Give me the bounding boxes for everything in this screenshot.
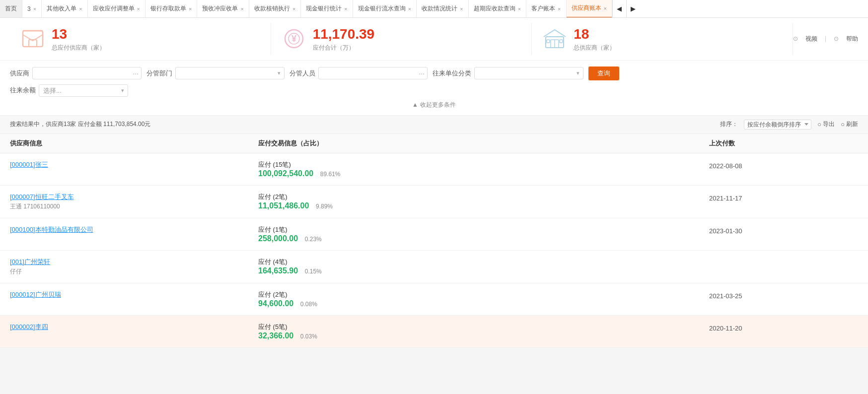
nav-next-arrow[interactable]: ▶ bbox=[626, 0, 640, 18]
supplier-sub-2: 王通 17106110000 bbox=[10, 202, 258, 211]
table-body: [000001]张三 应付 (15笔) 100,092,540.00 89.61… bbox=[0, 153, 868, 348]
last-payment-1: 2022-08-08 bbox=[709, 160, 858, 170]
supplier-link-4[interactable]: [001]广州荣轩 bbox=[10, 258, 50, 265]
filter-bar: 供应商 ··· 分管部门 ▾ 分管人员 ··· bbox=[0, 61, 868, 116]
cash-bank-flow-label: 现金银行流水查询 bbox=[358, 4, 406, 13]
receipt-stat-label: 收款情况统计 bbox=[422, 4, 457, 13]
nav-tab-customer-account[interactable]: 客户账本 × bbox=[526, 0, 566, 18]
collapse-label: 收起更多条件 bbox=[420, 101, 456, 109]
balance-select-wrapper: 选择... ▾ bbox=[39, 84, 128, 97]
close-icon[interactable]: × bbox=[518, 6, 521, 12]
transaction-label-4: 应付 (4笔) bbox=[258, 258, 709, 266]
last-payment-3: 2023-01-30 bbox=[709, 225, 858, 235]
category-filter: 往来单位分类 ▾ bbox=[433, 67, 583, 79]
collapse-button[interactable]: ▲ 收起更多条件 bbox=[412, 101, 456, 109]
dept-select[interactable] bbox=[175, 67, 285, 79]
transaction-amount-4: 164,635.90 bbox=[258, 266, 298, 275]
close-icon[interactable]: × bbox=[240, 6, 243, 12]
transaction-percent-4: 0.15% bbox=[305, 268, 322, 275]
close-icon[interactable]: × bbox=[189, 6, 192, 12]
table-row: [000002]李四 应付 (5笔) 32,366.00 0.03% 2020-… bbox=[0, 316, 868, 348]
nav-tab-ap-adjust[interactable]: 应收应付调整单 × bbox=[88, 0, 145, 18]
close-icon[interactable]: × bbox=[344, 6, 347, 12]
nav-tab-supplier-account[interactable]: 供应商账本 × bbox=[567, 0, 612, 18]
person-label: 分管人员 bbox=[289, 69, 315, 78]
nav-tab-overdue-query[interactable]: 超期应收款查询 × bbox=[469, 0, 526, 18]
transaction-amount-3: 258,000.00 bbox=[258, 234, 298, 243]
total-suppliers-label: 总供应商（家） bbox=[574, 44, 615, 52]
transaction-label-3: 应付 (1笔) bbox=[258, 225, 709, 234]
receipt-verify-label: 收款核销执行 bbox=[254, 4, 290, 13]
export-button[interactable]: ○ 导出 bbox=[817, 120, 835, 129]
nav-tab-home[interactable]: 首页 bbox=[0, 0, 22, 18]
supplier-cell-5: [000012]广州贝瑞 bbox=[10, 290, 258, 299]
col-transaction-info: 应付交易信息（占比） bbox=[258, 139, 709, 148]
supplier-input-wrapper: ··· bbox=[32, 67, 142, 79]
nav-tab-3[interactable]: 3 × bbox=[22, 0, 42, 18]
supplier-link-6[interactable]: [000002]李四 bbox=[10, 323, 48, 330]
transaction-amount-2: 11,051,486.00 bbox=[258, 201, 309, 210]
nav-tab-bank-deposit[interactable]: 银行存取款单 × bbox=[145, 0, 197, 18]
svg-text:¥: ¥ bbox=[291, 34, 296, 44]
summary-card-suppliers: 13 总应付供应商（家） bbox=[10, 23, 271, 55]
supplier-link-2[interactable]: [000007]恒旺二手叉车 bbox=[10, 193, 74, 200]
supplier-link-1[interactable]: [000001]张三 bbox=[10, 161, 48, 168]
close-icon[interactable]: × bbox=[460, 6, 463, 12]
tab-3-label: 3 bbox=[27, 5, 31, 12]
supplier-link-5[interactable]: [000012]广州贝瑞 bbox=[10, 291, 61, 298]
supplier-cell-3: [000100]本特勤油品有限公司 bbox=[10, 225, 258, 234]
export-icon: ○ bbox=[817, 121, 821, 128]
nav-tab-receipt-verify[interactable]: 收款核销执行 × bbox=[249, 0, 301, 18]
dept-select-wrapper: ▾ bbox=[175, 67, 285, 79]
nav-prev-arrow[interactable]: ◀ bbox=[612, 0, 626, 18]
balance-label: 往来余额 bbox=[10, 86, 36, 95]
supplier-link-3[interactable]: [000100]本特勤油品有限公司 bbox=[10, 226, 93, 233]
balance-select[interactable]: 选择... bbox=[39, 84, 128, 97]
sort-select[interactable]: 按应付余额倒序排序 bbox=[744, 120, 811, 130]
close-icon[interactable]: × bbox=[33, 6, 36, 12]
transaction-cell-2: 应付 (2笔) 11,051,486.00 9.89% bbox=[258, 193, 709, 210]
nav-tab-receipt-stat[interactable]: 收款情况统计 × bbox=[417, 0, 468, 18]
nav-tab-advance-write[interactable]: 预收冲应收单 × bbox=[197, 0, 249, 18]
video-link[interactable]: 视频 bbox=[805, 35, 817, 43]
nav-tab-other-income[interactable]: 其他收入单 × bbox=[42, 0, 87, 18]
refresh-label: 刷新 bbox=[846, 120, 858, 129]
nav-tab-cash-bank-flow[interactable]: 现金银行流水查询 × bbox=[353, 0, 417, 18]
supplier-input[interactable] bbox=[32, 67, 142, 79]
transaction-label-2: 应付 (2笔) bbox=[258, 193, 709, 201]
refresh-button[interactable]: ○ 刷新 bbox=[841, 120, 858, 129]
supplier-account-label: 供应商账本 bbox=[572, 4, 601, 12]
amount-icon: ¥ bbox=[281, 26, 307, 52]
last-payment-2: 2021-11-17 bbox=[709, 193, 858, 202]
nav-tab-cash-bank-stat[interactable]: 现金银行统计 × bbox=[301, 0, 353, 18]
transaction-percent-6: 0.03% bbox=[300, 333, 317, 340]
close-icon[interactable]: × bbox=[558, 6, 561, 12]
close-icon[interactable]: × bbox=[79, 6, 82, 12]
sort-label: 排序： bbox=[720, 120, 738, 129]
category-select[interactable] bbox=[474, 67, 583, 79]
table-container: 供应商信息 应付交易信息（占比） 上次付数 [000001]张三 应付 (15笔… bbox=[0, 134, 868, 348]
last-payment-5: 2021-03-25 bbox=[709, 290, 858, 300]
transaction-label-5: 应付 (2笔) bbox=[258, 290, 709, 299]
search-button[interactable]: 查询 bbox=[588, 66, 619, 80]
close-icon[interactable]: × bbox=[292, 6, 295, 12]
help-link[interactable]: 帮助 bbox=[846, 35, 858, 43]
table-row: [000012]广州贝瑞 应付 (2笔) 94,600.00 0.08% 202… bbox=[0, 283, 868, 316]
supplier-sub-4: 仔仔 bbox=[10, 267, 258, 276]
supplier-filter: 供应商 ··· bbox=[10, 67, 142, 79]
supplier-cell-6: [000002]李四 bbox=[10, 323, 258, 331]
total-payable-suppliers-count: 13 bbox=[52, 26, 105, 43]
total-payable-suppliers-label: 总应付供应商（家） bbox=[52, 44, 105, 52]
supplier-label: 供应商 bbox=[10, 69, 29, 78]
close-icon[interactable]: × bbox=[604, 5, 607, 11]
close-icon[interactable]: × bbox=[408, 6, 411, 12]
transaction-amount-1: 100,092,540.00 bbox=[258, 169, 313, 178]
ap-adjust-label: 应收应付调整单 bbox=[93, 4, 135, 13]
transaction-cell-5: 应付 (2笔) 94,600.00 0.08% bbox=[258, 290, 709, 308]
person-input[interactable] bbox=[318, 67, 428, 79]
filter-row-1: 供应商 ··· 分管部门 ▾ 分管人员 ··· bbox=[10, 66, 858, 80]
category-select-wrapper: ▾ bbox=[474, 67, 583, 79]
close-icon[interactable]: × bbox=[137, 6, 140, 12]
transaction-percent-5: 0.08% bbox=[300, 301, 317, 308]
total-suppliers-count: 18 bbox=[574, 26, 615, 43]
